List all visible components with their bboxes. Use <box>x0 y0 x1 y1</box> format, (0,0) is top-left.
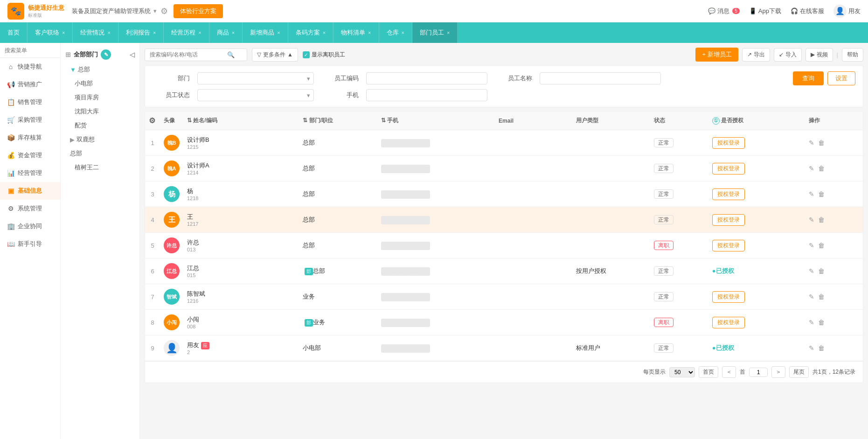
edit-icon[interactable]: ✎ <box>809 216 814 223</box>
col-name-header[interactable]: ⇅ 姓名/编码 <box>183 111 299 130</box>
edit-icon[interactable]: ✎ <box>809 139 814 146</box>
message-item[interactable]: 💬 消息 5 <box>708 7 740 15</box>
dept-select[interactable] <box>197 72 314 84</box>
edit-icon[interactable]: ✎ <box>809 319 814 326</box>
edit-icon[interactable]: ✎ <box>809 165 814 172</box>
delete-icon[interactable]: 🗑 <box>818 216 825 223</box>
tab-home[interactable]: 首页 <box>0 22 28 43</box>
dept-item-distribution[interactable]: 配货 <box>61 118 139 132</box>
delete-icon[interactable]: 🗑 <box>818 190 825 198</box>
dept-collapse-btn[interactable]: ◁ <box>130 51 135 58</box>
col-settings-icon[interactable]: ⚙ <box>149 117 155 125</box>
first-page-btn[interactable]: 首页 <box>699 366 718 378</box>
show-resigned-check[interactable]: ✓ 显示离职员工 <box>303 51 345 59</box>
edit-icon[interactable]: ✎ <box>809 267 814 275</box>
dept-item-shuanglu[interactable]: ▶ 双鹿想 <box>61 132 139 146</box>
delete-icon[interactable]: 🗑 <box>818 293 825 300</box>
import-btn[interactable]: ↙ 导入 <box>774 48 802 62</box>
dept-item-project-warehouse[interactable]: 项目库房 <box>61 91 139 105</box>
edit-icon[interactable]: ✎ <box>809 344 814 352</box>
emp-status-select[interactable] <box>197 89 314 101</box>
last-page-btn[interactable]: 尾页 <box>789 366 809 378</box>
tab-close-warehouse[interactable]: × <box>402 30 404 35</box>
search-input[interactable] <box>150 51 224 58</box>
add-employee-btn[interactable]: + 新增员工 <box>695 48 738 62</box>
delete-icon[interactable]: 🗑 <box>818 344 825 352</box>
help-btn[interactable]: 帮助 <box>842 48 863 62</box>
emp-name-input[interactable] <box>540 72 661 84</box>
phone-input[interactable] <box>366 89 487 101</box>
tab-employees[interactable]: 部门员工 × <box>412 22 458 43</box>
export-btn[interactable]: ↗ 导出 <box>742 48 770 62</box>
sidebar-item-marketing[interactable]: 📢 营销推广 <box>0 76 60 93</box>
delete-icon[interactable]: 🗑 <box>818 242 825 249</box>
edit-icon[interactable]: ✎ <box>809 190 814 198</box>
auth-btn[interactable]: 授权登录 <box>712 163 745 174</box>
auth-btn[interactable]: 授权登录 <box>712 291 745 303</box>
sidebar-item-quick-nav[interactable]: ⌂ 快捷导航 <box>0 58 60 76</box>
tab-close-profit[interactable]: × <box>153 30 156 35</box>
delete-icon[interactable]: 🗑 <box>818 139 825 146</box>
dept-item-headquarter-expand[interactable]: ▼ 总部 <box>61 63 139 77</box>
per-page-select[interactable]: 50 100 <box>669 367 695 377</box>
sidebar-item-finance[interactable]: 💰 资金管理 <box>0 146 60 164</box>
set-btn[interactable]: 设置 <box>827 71 855 85</box>
settings-icon[interactable]: ⚙ <box>160 6 168 16</box>
tab-close-employees[interactable]: × <box>447 30 450 35</box>
dept-item-zhushu[interactable]: 植树王二 <box>61 160 139 174</box>
tab-warehouse[interactable]: 仓库 × <box>379 22 412 43</box>
filter-more-btn[interactable]: ▽ 更多条件 ▲ <box>252 48 298 62</box>
dept-edit-btn[interactable]: ✎ <box>101 49 111 60</box>
system-dropdown-icon[interactable]: ▾ <box>153 7 157 14</box>
sidebar-search-input[interactable] <box>5 47 61 54</box>
sidebar-item-sales[interactable]: 📋 销售管理 <box>0 93 60 111</box>
dept-item-shenyang[interactable]: 沈阳大库 <box>61 105 139 118</box>
tab-close-barcode[interactable]: × <box>323 30 326 35</box>
tab-barcode[interactable]: 条码方案 × <box>288 22 333 43</box>
emp-code-input[interactable] <box>366 72 487 84</box>
sidebar-item-enterprise[interactable]: 🏢 企业协同 <box>0 217 60 235</box>
sidebar-item-inventory[interactable]: 📦 库存核算 <box>0 129 60 146</box>
tab-close-operations[interactable]: × <box>107 30 110 35</box>
tab-goods[interactable]: 商品 × <box>209 22 243 43</box>
sidebar-item-purchase[interactable]: 🛒 采购管理 <box>0 111 60 129</box>
tab-profit[interactable]: 利润报告 × <box>118 22 164 43</box>
auth-btn[interactable]: 授权登录 <box>712 240 745 251</box>
app-download-item[interactable]: 📱 App下载 <box>749 7 781 15</box>
tab-history[interactable]: 经营历程 × <box>164 22 209 43</box>
delete-icon[interactable]: 🗑 <box>818 267 825 275</box>
tab-customer[interactable]: 客户联络 × <box>28 22 73 43</box>
auth-btn[interactable]: 授权登录 <box>712 317 745 328</box>
col-dept-header[interactable]: ⇅ 部门/职位 <box>299 111 377 130</box>
view-btn[interactable]: ▶ 视频 <box>806 48 833 62</box>
auth-btn[interactable]: 授权登录 <box>712 188 745 200</box>
tab-close-history[interactable]: × <box>198 30 201 35</box>
tab-close-bom[interactable]: × <box>368 30 371 35</box>
sidebar-item-basic-info[interactable]: ▣ 基础信息 <box>0 182 60 200</box>
auth-btn[interactable]: 授权登录 <box>712 137 745 149</box>
online-service-item[interactable]: 🎧 在线客服 <box>791 7 824 15</box>
edit-icon[interactable]: ✎ <box>809 242 814 249</box>
edit-icon[interactable]: ✎ <box>809 293 814 300</box>
tab-add-goods[interactable]: 新增商品 × <box>243 22 288 43</box>
tab-operations[interactable]: 经营情况 × <box>73 22 118 43</box>
prev-page-btn[interactable]: ＜ <box>722 366 736 378</box>
sidebar-item-system[interactable]: ⚙ 系统管理 <box>0 200 60 217</box>
sidebar-item-operations[interactable]: 📊 经营管理 <box>0 164 60 182</box>
dept-item-headquarter2[interactable]: 总部 <box>61 146 139 160</box>
page-number-input[interactable] <box>749 368 768 377</box>
tab-close-goods[interactable]: × <box>232 30 235 35</box>
delete-icon[interactable]: 🗑 <box>818 319 825 326</box>
try-button[interactable]: 体验行业方案 <box>174 4 223 18</box>
next-page-btn[interactable]: ＞ <box>771 366 785 378</box>
sidebar-item-guide[interactable]: 📖 新手引导 <box>0 235 60 253</box>
query-btn[interactable]: 查询 <box>793 71 824 85</box>
tab-bom[interactable]: 物料清单 × <box>333 22 379 43</box>
auth-btn[interactable]: 授权登录 <box>712 214 745 226</box>
delete-icon[interactable]: 🗑 <box>818 165 825 172</box>
col-phone-header[interactable]: ⇅ 手机 <box>377 111 495 130</box>
tab-close-customer[interactable]: × <box>62 30 65 35</box>
user-item[interactable]: 👤 用友 <box>833 5 861 18</box>
tab-close-addgoods[interactable]: × <box>277 30 280 35</box>
dept-item-small-electronics[interactable]: 小电部 <box>61 77 139 91</box>
